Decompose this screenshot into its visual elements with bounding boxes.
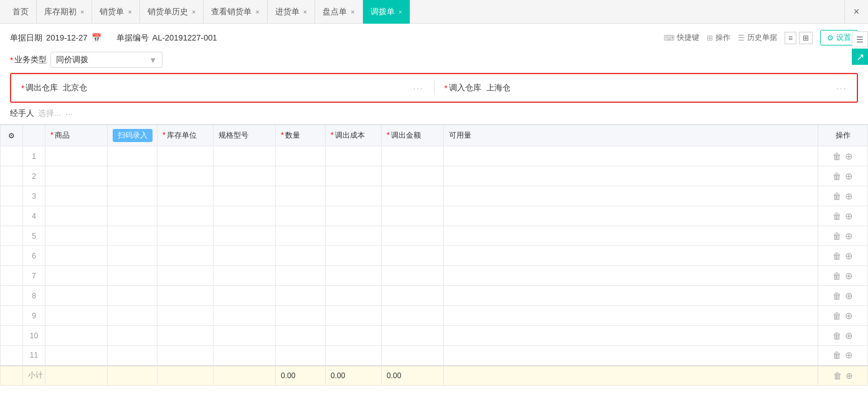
row-cost-1[interactable] bbox=[326, 146, 382, 166]
row-unit-1[interactable] bbox=[158, 146, 214, 166]
delete-row-10-icon[interactable]: 🗑 bbox=[833, 331, 841, 341]
warehouse-in-more[interactable]: ··· bbox=[836, 83, 847, 93]
delete-row-8-icon[interactable]: 🗑 bbox=[833, 291, 841, 301]
sidebar-export-icon[interactable]: ↗ bbox=[852, 49, 868, 65]
tab-purchase-order[interactable]: 进货单 × bbox=[268, 0, 315, 24]
row-amount-1[interactable] bbox=[382, 146, 444, 166]
scan-entry-button[interactable]: 扫码录入 bbox=[113, 129, 153, 142]
delete-row-4-icon[interactable]: 🗑 bbox=[833, 211, 841, 221]
tab-inventory-check[interactable]: 盘点单 × bbox=[315, 0, 362, 24]
delete-row-11-icon[interactable]: 🗑 bbox=[833, 350, 841, 360]
row-product-8[interactable] bbox=[45, 286, 108, 306]
calendar-icon[interactable]: 📅 bbox=[92, 33, 101, 42]
sidebar-list-icon[interactable]: ☰ bbox=[852, 31, 868, 47]
row-spec-9[interactable] bbox=[214, 306, 276, 326]
tab-bar-close-button[interactable]: × bbox=[844, 0, 868, 24]
col-header-scan[interactable]: 扫码录入 bbox=[108, 125, 158, 146]
row-product-4[interactable] bbox=[45, 206, 108, 226]
row-cost-5[interactable] bbox=[326, 226, 382, 246]
row-unit-11[interactable] bbox=[158, 346, 214, 366]
close-initial-inventory[interactable]: × bbox=[80, 8, 84, 16]
row-spec-8[interactable] bbox=[214, 286, 276, 306]
tab-initial-inventory[interactable]: 库存期初 × bbox=[37, 0, 92, 24]
row-qty-9[interactable] bbox=[276, 306, 326, 326]
row-unit-10[interactable] bbox=[158, 326, 214, 346]
row-qty-6[interactable] bbox=[276, 246, 326, 266]
row-product-6[interactable] bbox=[45, 246, 108, 266]
copy-row-10-icon[interactable]: ⊕ bbox=[845, 330, 853, 341]
col-header-settings[interactable]: ⚙ bbox=[1, 125, 23, 146]
tab-transfer-order[interactable]: 调拨单 × bbox=[363, 0, 410, 24]
row-cost-7[interactable] bbox=[326, 266, 382, 286]
copy-row-11-icon[interactable]: ⊕ bbox=[845, 350, 853, 361]
row-cost-10[interactable] bbox=[326, 326, 382, 346]
copy-row-3-icon[interactable]: ⊕ bbox=[845, 191, 853, 202]
row-qty-3[interactable] bbox=[276, 186, 326, 206]
close-view-sales[interactable]: × bbox=[255, 8, 259, 16]
row-spec-5[interactable] bbox=[214, 226, 276, 246]
row-amount-7[interactable] bbox=[382, 266, 444, 286]
close-purchase-order[interactable]: × bbox=[303, 8, 307, 16]
row-amount-3[interactable] bbox=[382, 186, 444, 206]
copy-row-2-icon[interactable]: ⊕ bbox=[845, 171, 853, 182]
copy-row-8-icon[interactable]: ⊕ bbox=[845, 290, 853, 302]
row-unit-7[interactable] bbox=[158, 266, 214, 286]
tab-view-sales[interactable]: 查看销货单 × bbox=[204, 0, 267, 24]
row-cost-9[interactable] bbox=[326, 306, 382, 326]
delete-row-5-icon[interactable]: 🗑 bbox=[833, 231, 841, 241]
row-product-3[interactable] bbox=[45, 186, 108, 206]
row-cost-2[interactable] bbox=[326, 166, 382, 186]
row-unit-5[interactable] bbox=[158, 226, 214, 246]
history-btn[interactable]: ☰ 历史单据 bbox=[738, 32, 777, 43]
row-product-1[interactable] bbox=[45, 146, 108, 166]
row-qty-4[interactable] bbox=[276, 206, 326, 226]
copy-row-5-icon[interactable]: ⊕ bbox=[845, 231, 853, 242]
row-cost-6[interactable] bbox=[326, 246, 382, 266]
row-qty-10[interactable] bbox=[276, 326, 326, 346]
row-unit-2[interactable] bbox=[158, 166, 214, 186]
row-product-10[interactable] bbox=[45, 326, 108, 346]
delete-row-3-icon[interactable]: 🗑 bbox=[833, 191, 841, 201]
row-qty-8[interactable] bbox=[276, 286, 326, 306]
row-amount-5[interactable] bbox=[382, 226, 444, 246]
layout-list-icon[interactable]: ≡ bbox=[785, 32, 796, 44]
row-amount-2[interactable] bbox=[382, 166, 444, 186]
close-sales-order[interactable]: × bbox=[128, 8, 131, 16]
close-transfer-order[interactable]: × bbox=[399, 8, 402, 16]
row-product-11[interactable] bbox=[45, 346, 108, 366]
row-qty-11[interactable] bbox=[276, 346, 326, 366]
row-product-7[interactable] bbox=[45, 266, 108, 286]
copy-row-9-icon[interactable]: ⊕ bbox=[845, 310, 853, 321]
row-amount-4[interactable] bbox=[382, 206, 444, 226]
row-product-2[interactable] bbox=[45, 166, 108, 186]
row-qty-1[interactable] bbox=[276, 146, 326, 166]
business-type-select[interactable]: 同价调拨 ▼ bbox=[50, 52, 163, 68]
row-qty-2[interactable] bbox=[276, 166, 326, 186]
shortcut-btn[interactable]: ⌨ 快捷键 bbox=[664, 32, 699, 43]
row-spec-6[interactable] bbox=[214, 246, 276, 266]
tab-home[interactable]: 首页 bbox=[5, 0, 37, 24]
copy-row-6-icon[interactable]: ⊕ bbox=[845, 250, 853, 262]
layout-grid-icon[interactable]: ⊞ bbox=[799, 32, 813, 44]
row-unit-8[interactable] bbox=[158, 286, 214, 306]
handler-more-icon[interactable]: ··· bbox=[66, 109, 73, 118]
row-unit-4[interactable] bbox=[158, 206, 214, 226]
close-inventory-check[interactable]: × bbox=[351, 8, 354, 16]
copy-row-1-icon[interactable]: ⊕ bbox=[845, 151, 853, 162]
close-sales-history[interactable]: × bbox=[192, 8, 196, 16]
delete-row-9-icon[interactable]: 🗑 bbox=[833, 311, 841, 321]
row-spec-10[interactable] bbox=[214, 326, 276, 346]
copy-row-7-icon[interactable]: ⊕ bbox=[845, 270, 853, 282]
row-unit-9[interactable] bbox=[158, 306, 214, 326]
row-cost-4[interactable] bbox=[326, 206, 382, 226]
row-cost-8[interactable] bbox=[326, 286, 382, 306]
row-spec-1[interactable] bbox=[214, 146, 276, 166]
row-amount-8[interactable] bbox=[382, 286, 444, 306]
subtotal-delete-icon[interactable]: 🗑 bbox=[833, 371, 842, 381]
row-amount-10[interactable] bbox=[382, 326, 444, 346]
row-unit-6[interactable] bbox=[158, 246, 214, 266]
row-amount-11[interactable] bbox=[382, 346, 444, 366]
row-product-9[interactable] bbox=[45, 306, 108, 326]
tab-sales-history[interactable]: 销货单历史 × bbox=[140, 0, 204, 24]
row-spec-2[interactable] bbox=[214, 166, 276, 186]
